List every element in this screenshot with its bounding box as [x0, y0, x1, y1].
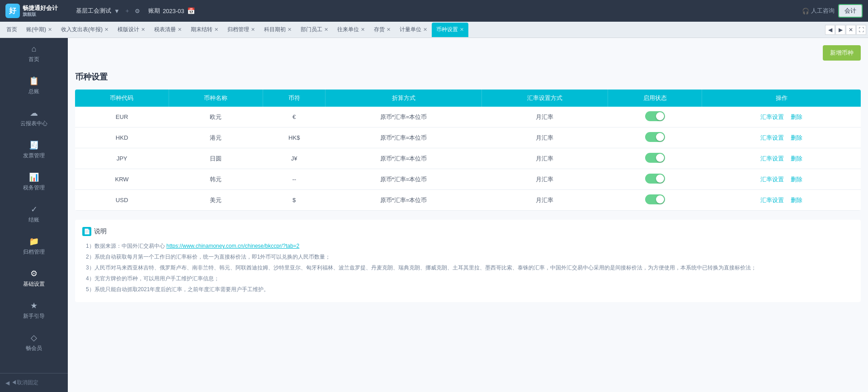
help-button[interactable]: 🎧 人工咨询: [802, 7, 835, 15]
sidebar-item-settings[interactable]: ⚙ 基础设置: [0, 262, 68, 294]
sidebar-item-ledger[interactable]: 📋 总账: [0, 70, 68, 102]
tab-archive-label: 归档管理: [227, 26, 249, 33]
tab-template-close[interactable]: ✕: [141, 27, 145, 33]
delete-link[interactable]: 删除: [791, 155, 802, 162]
new-currency-button[interactable]: 新增币种: [823, 45, 861, 61]
sidebar-pin-toggle[interactable]: ◀ ◀取消固定: [0, 373, 68, 392]
tab-next-button[interactable]: ▶: [835, 25, 845, 35]
tab-stock[interactable]: 存货 ✕: [369, 23, 395, 37]
rate-setting-link[interactable]: 汇率设置: [760, 113, 784, 120]
tab-currency[interactable]: 币种设置 ✕: [432, 23, 468, 37]
sidebar-item-guide[interactable]: ★ 新手引导: [0, 294, 68, 326]
toggle-track: [645, 132, 665, 142]
rate-setting-link[interactable]: 汇率设置: [760, 155, 784, 162]
tab-subject-label: 科目期初: [264, 26, 286, 33]
cell-actions: 汇率设置 删除: [702, 169, 861, 190]
sidebar-item-archive-label: 归档管理: [23, 248, 45, 256]
tab-archive-close[interactable]: ✕: [251, 27, 255, 33]
tab-period-end-close[interactable]: ✕: [214, 27, 218, 33]
tab-tax-label: 税表清册: [154, 26, 176, 33]
cell-symbol: $: [263, 190, 326, 211]
enable-toggle[interactable]: [645, 174, 665, 184]
sidebar-item-home[interactable]: ⌂ 首页: [0, 38, 68, 70]
sidebar-item-reports[interactable]: ☁ 云报表中心: [0, 102, 68, 134]
cell-name: 韩元: [169, 169, 263, 190]
cell-calc: 原币*汇率=本位币: [326, 107, 482, 128]
table-header-row: 币种代码 币种名称 币符 折算方式 汇率设置方式 启用状态 操作: [75, 90, 861, 107]
cell-enabled: [608, 169, 702, 190]
delete-link[interactable]: 删除: [791, 113, 802, 120]
tab-archive[interactable]: 归档管理 ✕: [223, 23, 259, 37]
tab-subject-close[interactable]: ✕: [288, 27, 292, 33]
tab-unit-close[interactable]: ✕: [361, 27, 365, 33]
toggle-track: [645, 153, 665, 163]
tab-unit[interactable]: 往来单位 ✕: [333, 23, 369, 37]
tab-prev-button[interactable]: ◀: [825, 25, 835, 35]
tab-dept-close[interactable]: ✕: [324, 27, 328, 33]
settings-gear-icon: ⚙: [30, 269, 38, 279]
cell-symbol: --: [263, 169, 326, 190]
delete-link[interactable]: 删除: [791, 176, 802, 183]
tab-period[interactable]: 账(中期) ✕: [22, 23, 57, 37]
reports-icon: ☁: [30, 108, 38, 118]
table-row: EUR 欧元 € 原币*汇率=本位币 月汇率 汇率设置 删除: [75, 107, 861, 128]
cell-actions: 汇率设置 删除: [702, 107, 861, 128]
calendar-icon[interactable]: 📅: [187, 7, 195, 14]
cell-calc: 原币*汇率=本位币: [326, 169, 482, 190]
delete-link[interactable]: 删除: [791, 134, 802, 141]
tab-period-end[interactable]: 期末结转 ✕: [186, 23, 223, 37]
rate-setting-link[interactable]: 汇率设置: [760, 134, 784, 141]
note-section: 📄 说明 1）数据来源：中国外汇交易中心 https://www.chinamo…: [75, 220, 861, 302]
tab-period-end-label: 期末结转: [191, 26, 212, 33]
note-item-5: 5）系统只能自动抓取2021年度后的汇率，之前年度汇率需要用户手工维护。: [86, 284, 854, 295]
tab-dept[interactable]: 部门员工 ✕: [296, 23, 333, 37]
tab-income-close[interactable]: ✕: [104, 27, 108, 33]
tab-period-label: 账(中期): [26, 26, 46, 33]
sidebar-item-archive[interactable]: 📁 归档管理: [0, 230, 68, 262]
page-title: 币种设置: [75, 71, 861, 82]
sidebar-item-member[interactable]: ◇ 畅会员: [0, 326, 68, 359]
table-row: JPY 日圆 J¥ 原币*汇率=本位币 月汇率 汇率设置 删除: [75, 148, 861, 169]
tab-template[interactable]: 模版设计 ✕: [113, 23, 150, 37]
account-button[interactable]: 会计: [838, 4, 863, 18]
cell-rate-type: 月汇率: [481, 128, 608, 148]
enable-toggle[interactable]: [645, 194, 665, 204]
tab-period-close[interactable]: ✕: [48, 27, 52, 33]
rate-setting-link[interactable]: 汇率设置: [760, 197, 784, 203]
period-info: 账期 2023-03 📅: [148, 7, 195, 15]
sidebar-item-invoice[interactable]: 🧾 发票管理: [0, 134, 68, 166]
cell-code: KRW: [75, 169, 169, 190]
tab-stock-close[interactable]: ✕: [387, 27, 391, 33]
cell-calc: 原币*汇率=本位币: [326, 190, 482, 211]
rate-setting-link[interactable]: 汇率设置: [760, 176, 784, 183]
cell-name: 美元: [169, 190, 263, 211]
col-calc: 折算方式: [326, 90, 482, 107]
table-row: HKD 港元 HK$ 原币*汇率=本位币 月汇率 汇率设置 删除: [75, 128, 861, 148]
tab-income[interactable]: 收入支出表(年报) ✕: [57, 23, 113, 37]
sidebar-item-tax[interactable]: 📊 税务管理: [0, 166, 68, 198]
note-link[interactable]: https://www.chinamoney.com.cn/chinese/bk…: [166, 243, 299, 249]
logo-text: 畅捷通好会计 旗舰版: [23, 5, 58, 17]
enable-toggle[interactable]: [645, 132, 665, 142]
settings-icon[interactable]: ⚙: [135, 8, 140, 14]
tab-tax[interactable]: 税表清册 ✕: [150, 23, 186, 37]
col-actions: 操作: [702, 90, 861, 107]
sidebar-item-checkout[interactable]: ✓ 结账: [0, 198, 68, 230]
tab-measure[interactable]: 计量单位 ✕: [395, 23, 432, 37]
tab-measure-close[interactable]: ✕: [423, 27, 427, 33]
tab-close-all-button[interactable]: ✕: [846, 25, 856, 35]
tab-subject[interactable]: 科目期初 ✕: [259, 23, 296, 37]
tab-home[interactable]: 首页: [2, 23, 22, 37]
cell-code: USD: [75, 190, 169, 211]
cell-actions: 汇率设置 删除: [702, 148, 861, 169]
dropdown-arrow-icon[interactable]: ▼: [114, 8, 120, 14]
toggle-thumb: [656, 195, 664, 203]
delete-link[interactable]: 删除: [791, 197, 802, 203]
enable-toggle[interactable]: [645, 153, 665, 163]
add-icon[interactable]: ＋: [124, 7, 130, 15]
tab-tax-close[interactable]: ✕: [178, 27, 182, 33]
tab-currency-close[interactable]: ✕: [460, 27, 464, 33]
tab-expand-button[interactable]: ⛶: [856, 25, 866, 35]
toggle-thumb: [656, 112, 664, 120]
enable-toggle[interactable]: [645, 111, 665, 121]
